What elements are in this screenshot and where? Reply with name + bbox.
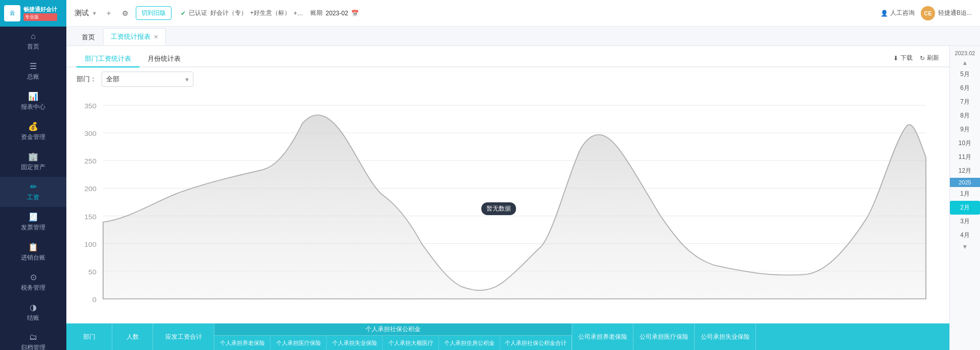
month-11[interactable]: 11月 [950,150,980,164]
sidebar-item-assets[interactable]: 🏢 固定资产 [0,147,66,177]
sub-tab-dept[interactable]: 部门工资统计表 [77,51,139,67]
topbar-title: 测试 [75,9,89,18]
tag-more: +… [293,10,303,17]
col-personal-unemployment: 个人承担失业保险 [327,336,383,350]
month-9[interactable]: 9月 [950,123,980,136]
home-icon: ⌂ [31,32,36,41]
sub-tab-monthly[interactable]: 月份统计表 [139,51,189,67]
refresh-icon: ↻ [920,55,925,62]
svg-text:250: 250 [84,158,96,165]
reports-icon: 📊 [28,91,38,101]
svg-text:150: 150 [84,213,96,220]
sidebar: 云 畅捷通好会计 专业版 ⌂ 首页 ☰ 总账 📊 报表中心 💰 资金管理 🏢 固… [0,0,66,350]
col-people: 人数 [112,323,153,350]
filter-row: 部门： 全部 ▾ [66,67,949,91]
col-personal-major-medical: 个人承担大额医疗 [383,336,439,350]
sidebar-item-salary[interactable]: ✏ 工资 [0,177,66,207]
tab-salary-report[interactable]: 工资统计报表 ✕ [103,28,166,45]
month-5[interactable]: 5月 [950,67,980,81]
col-company-unemployment: 公司承担失业保险 [695,323,756,350]
month-6[interactable]: 6月 [950,81,980,95]
add-icon[interactable]: ＋ [102,7,115,20]
sidebar-nav: ⌂ 首页 ☰ 总账 📊 报表中心 💰 资金管理 🏢 固定资产 ✏ 工资 🧾 发票… [0,27,66,350]
period-label: 账期 [310,9,323,17]
col-personal-housing: 个人承担住房公积金 [439,336,500,350]
tab-home[interactable]: 首页 [75,29,102,45]
dropdown-icon[interactable]: ▾ [93,10,96,17]
refresh-button[interactable]: ↻ 刷新 [920,54,939,62]
col-personal-pension: 个人承担养老保险 [214,336,271,350]
sidebar-item-tax[interactable]: ⊙ 税务管理 [0,267,66,297]
settle-icon: ◑ [30,302,37,312]
month-3-2025[interactable]: 3月 [950,215,980,228]
group-personal-title: 个人承担社保公积金 [214,323,572,336]
month-8[interactable]: 8月 [950,109,980,123]
month-7[interactable]: 7月 [950,95,980,109]
download-button[interactable]: ⬇ 下载 [893,54,913,62]
sidebar-item-settle[interactable]: ◑ 结账 [0,297,66,328]
filter-label: 部门： [77,75,96,84]
logo: 云 畅捷通好会计 专业版 [0,0,66,27]
certified-status: 已认证 [189,9,207,17]
group-personal-cols: 个人承担养老保险 个人承担医疗保险 个人承担失业保险 个人承担大额医疗 个人承担 [214,336,572,350]
chart-tooltip: 暂无数据 [481,202,516,215]
month-1-2025[interactable]: 1月 [950,187,980,201]
topbar-status: ✔ 已认证 好会计（专） +好生意（标） +… 账期 2023-02 📅 [181,9,359,17]
username: 轻捷通B迫... [938,9,972,17]
funds-icon: 💰 [28,122,38,131]
service-button[interactable]: 👤 人工咨询 [880,9,915,17]
col-personal-total: 个人承担社保公积金合计 [500,336,572,350]
sidebar-item-ledger[interactable]: ☰ 总账 [0,56,66,86]
sidebar-item-invoice[interactable]: 🧾 发票管理 [0,207,66,237]
sidebar-item-archive[interactable]: 🗂 归档管理 [0,328,66,350]
col-total-salary: 应发工资合计 [153,323,214,350]
salary-icon: ✏ [30,182,37,192]
sidebar-item-purchase[interactable]: 📋 进销台账 [0,237,66,267]
sub-toolbar: ⬇ 下载 ↻ 刷新 [893,54,939,66]
sub-tabs: 部门工资统计表 月份统计表 [66,46,199,66]
logo-icon: 云 [4,5,20,21]
table-footer: 部门 人数 应发工资合计 个人承担社保公积金 个人承担养老保险 [66,323,949,350]
avatar: CE [921,6,935,20]
content-main: 部门工资统计表 月份统计表 ⬇ 下载 ↻ 刷新 [66,46,949,350]
month-4-2025[interactable]: 4月 [950,228,980,242]
period-value: 2023-02 [326,10,348,17]
tab-close-icon[interactable]: ✕ [154,34,158,40]
logo-text: 畅捷通好会计 专业版 [23,6,57,21]
svg-text:200: 200 [84,185,96,193]
main-area: 测试 ▾ ＋ ⚙ 切到旧版 ✔ 已认证 好会计（专） +好生意（标） +… 账期… [66,0,980,350]
sidebar-item-reports[interactable]: 📊 报表中心 [0,86,66,116]
group-personal: 个人承担社保公积金 个人承担养老保险 个人承担医疗保险 个人承担失业保险 个人承… [214,323,572,350]
month-12[interactable]: 12月 [950,164,980,178]
download-icon: ⬇ [893,55,898,62]
month-10[interactable]: 10月 [950,136,980,150]
sidebar-item-home[interactable]: ⌂ 首页 [0,27,66,56]
archive-icon: 🗂 [29,333,37,342]
tag-sales: +好生意（标） [250,9,290,17]
svg-text:300: 300 [84,130,96,137]
purchase-icon: 📋 [28,242,38,252]
dept-select[interactable]: 全部 ▾ [102,72,193,87]
svg-text:0: 0 [92,296,96,303]
calendar-icon[interactable]: 📅 [351,10,359,17]
invoice-icon: 🧾 [28,212,38,222]
user-profile[interactable]: CE 轻捷通B迫... [921,6,972,20]
year-2025-label: 2025 [950,178,980,187]
col-company-medical: 公司承担医疗保险 [633,323,695,350]
gear-icon[interactable]: ⚙ [118,7,132,20]
svg-text:350: 350 [84,103,96,110]
tabs-bar: 首页 工资统计报表 ✕ [66,27,980,46]
sidebar-item-funds[interactable]: 💰 资金管理 [0,116,66,147]
content: 部门工资统计表 月份统计表 ⬇ 下载 ↻ 刷新 [66,46,980,350]
sub-header: 部门工资统计表 月份统计表 ⬇ 下载 ↻ 刷新 [66,46,949,67]
scroll-down-icon[interactable]: ▼ [961,242,970,251]
switch-button[interactable]: 切到旧版 [136,6,172,20]
check-icon: ✔ [181,10,186,17]
svg-text:50: 50 [88,268,96,275]
topbar-right: 👤 人工咨询 CE 轻捷通B迫... [880,6,972,20]
chart-area: 350 300 250 200 150 100 50 0 [66,91,949,323]
month-2-2025[interactable]: 2月 [950,201,980,215]
assets-icon: 🏢 [28,152,38,161]
chevron-down-icon: ▾ [185,76,189,83]
scroll-up-icon[interactable]: ▲ [961,58,970,67]
